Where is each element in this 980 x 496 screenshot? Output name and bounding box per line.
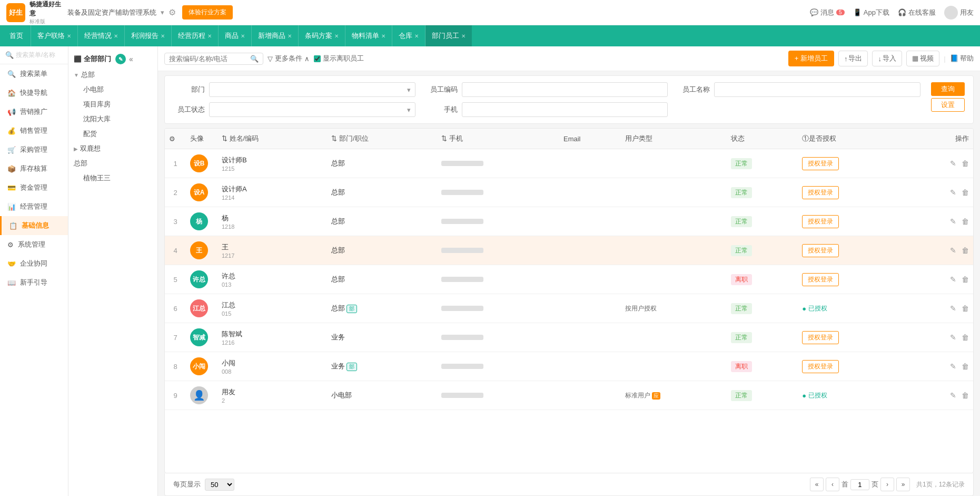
app-download-btn[interactable]: 📱 App下载 (853, 8, 889, 17)
delete-icon[interactable]: 🗑 (962, 333, 969, 342)
resigned-checkbox-input[interactable] (314, 55, 321, 62)
tab-operation[interactable]: 经营情况✕ (78, 25, 125, 46)
edit-icon[interactable]: ✎ (950, 188, 956, 197)
edit-icon[interactable]: ✎ (950, 217, 956, 226)
edit-dept-icon[interactable]: ✎ (115, 54, 126, 64)
tab-new-goods[interactable]: 新增商品✕ (252, 25, 299, 46)
delete-icon[interactable]: 🗑 (962, 188, 969, 197)
export-btn[interactable]: ↑ 导出 (838, 51, 868, 66)
show-resigned-checkbox[interactable]: 显示离职员工 (314, 54, 364, 63)
sidebar-item-basics[interactable]: 📋 基础信息 (0, 216, 68, 235)
tab-home[interactable]: 首页 (2, 25, 31, 46)
close-icon[interactable]: ✕ (114, 33, 118, 39)
sidebar-item-collab[interactable]: 🤝 企业协同 (0, 254, 68, 273)
col-phone[interactable]: ⇅ 手机 (437, 129, 559, 149)
close-icon[interactable]: ✕ (381, 33, 385, 39)
search-box[interactable]: 🔍 (164, 53, 263, 65)
reset-btn[interactable]: 设置 (931, 98, 965, 112)
close-icon[interactable]: ✕ (207, 33, 212, 39)
next-page-btn[interactable]: › (880, 478, 894, 491)
search-btn[interactable]: 查询 (931, 82, 965, 96)
close-icon[interactable]: ✕ (414, 33, 419, 39)
page-input[interactable] (850, 479, 869, 490)
sidebar-item-purchase[interactable]: 🛒 采购管理 (0, 140, 68, 159)
tab-bom[interactable]: 物料清单✕ (345, 25, 392, 46)
close-icon[interactable]: ✕ (241, 33, 245, 39)
auth-btn[interactable]: 授权登录 (802, 273, 839, 286)
tree-item-headquarters2[interactable]: 总部 (68, 156, 157, 171)
settings-icon[interactable]: ⚙ (169, 7, 176, 17)
tab-customer[interactable]: 客户联络✕ (31, 25, 78, 46)
close-icon[interactable]: ✕ (67, 33, 71, 39)
auth-btn[interactable]: 授权登录 (802, 215, 839, 228)
phone-input[interactable] (462, 102, 668, 117)
edit-icon[interactable]: ✎ (950, 159, 956, 168)
sidebar-item-sales[interactable]: 💰 销售管理 (0, 121, 68, 140)
sidebar-item-marketing[interactable]: 📢 营销推广 (0, 102, 68, 121)
close-icon[interactable]: ✕ (161, 33, 165, 39)
edit-icon[interactable]: ✎ (950, 391, 956, 400)
tree-item-delivery[interactable]: 配货 (68, 127, 157, 141)
close-icon[interactable]: ✕ (461, 33, 466, 39)
sidebar-search-bar[interactable]: 🔍 搜索菜单/名称 (0, 46, 68, 64)
edit-icon[interactable]: ✎ (950, 275, 956, 284)
edit-icon[interactable]: ✎ (950, 333, 956, 342)
tree-group-headquarters[interactable]: ▼ 总部 (68, 67, 157, 82)
sidebar-item-system[interactable]: ⚙ 系统管理 (0, 235, 68, 254)
online-service-btn[interactable]: 🎧 在线客服 (898, 8, 936, 17)
col-settings[interactable]: ⚙ (165, 129, 186, 149)
per-page-select[interactable]: 50 20 100 (205, 479, 234, 491)
sidebar-item-management[interactable]: 📊 经营管理 (0, 197, 68, 216)
close-icon[interactable]: ✕ (334, 33, 339, 39)
empcode-input[interactable] (462, 82, 668, 97)
tree-item-plant-king[interactable]: 植物王三 (68, 171, 157, 186)
close-icon[interactable]: ✕ (288, 33, 292, 39)
empstatus-select[interactable]: ▾ (209, 102, 415, 117)
sidebar-item-quicknav[interactable]: 🏠 快捷导航 (0, 83, 68, 102)
delete-icon[interactable]: 🗑 (962, 275, 969, 284)
sidebar-item-search[interactable]: 🔍 搜索菜单 (0, 64, 68, 83)
delete-icon[interactable]: 🗑 (962, 217, 969, 226)
delete-icon[interactable]: 🗑 (962, 391, 969, 400)
sidebar-item-finance[interactable]: 💳 资金管理 (0, 178, 68, 197)
auth-btn[interactable]: 授权登录 (802, 186, 839, 199)
edit-icon[interactable]: ✎ (950, 362, 956, 371)
edit-icon[interactable]: ✎ (950, 304, 956, 313)
tab-department[interactable]: 部门员工✕ (425, 25, 472, 46)
delete-icon[interactable]: 🗑 (962, 246, 969, 255)
tree-group-shuanglu[interactable]: ▶ 双鹿想 (68, 141, 157, 156)
prev-page-btn[interactable]: ‹ (826, 478, 839, 491)
tree-item-project-room[interactable]: 项目库房 (68, 97, 157, 112)
tree-item-shenyang[interactable]: 沈阳大库 (68, 112, 157, 127)
first-page-btn[interactable]: « (810, 478, 824, 491)
dept-select[interactable]: ▾ (209, 82, 415, 97)
search-input[interactable] (169, 55, 248, 63)
message-btn[interactable]: 💬 消息 5 (810, 8, 845, 17)
sidebar-item-inventory[interactable]: 📦 库存核算 (0, 159, 68, 178)
auth-btn[interactable]: 授权登录 (802, 244, 839, 257)
col-name[interactable]: ⇅ 姓名/编码 (217, 129, 327, 149)
add-employee-button[interactable]: + 新增员工 (788, 51, 834, 66)
view-btn[interactable]: ▦ 视频 (906, 51, 939, 66)
tab-goods[interactable]: 商品✕ (219, 25, 252, 46)
try-btn[interactable]: 体验行业方案 (182, 5, 233, 20)
auth-btn[interactable]: 授权登录 (802, 331, 839, 344)
delete-icon[interactable]: 🗑 (962, 304, 969, 313)
filter-more-btn[interactable]: ▽ 更多条件 ∧ (268, 54, 310, 63)
auth-btn[interactable]: 授权登录 (802, 360, 839, 373)
col-dept[interactable]: ⇅ 部门/职位 (327, 129, 437, 149)
tab-profit[interactable]: 利润报告✕ (125, 25, 172, 46)
edit-icon[interactable]: ✎ (950, 246, 956, 255)
dropdown-icon[interactable]: ▾ (161, 8, 164, 16)
delete-icon[interactable]: 🗑 (962, 362, 969, 371)
tab-barcode[interactable]: 条码方案✕ (299, 25, 345, 46)
tab-warehouse[interactable]: 仓库✕ (392, 25, 425, 46)
auth-btn[interactable]: 授权登录 (802, 157, 839, 170)
tab-process[interactable]: 经营历程✕ (172, 25, 219, 46)
delete-icon[interactable]: 🗑 (962, 159, 969, 168)
tree-item-small-electric[interactable]: 小电部 (68, 82, 157, 97)
collapse-tree-icon[interactable]: « (129, 55, 133, 63)
help-btn[interactable]: 📘 帮助 (950, 54, 974, 63)
empname-input[interactable] (714, 82, 920, 97)
user-area[interactable]: 用友 (944, 6, 974, 20)
